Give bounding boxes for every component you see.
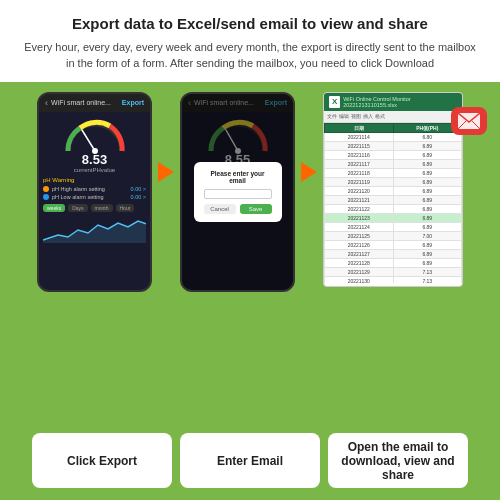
arrow2-container — [301, 92, 317, 182]
open-email-btn[interactable]: Open the email to download, view and sha… — [328, 433, 468, 488]
table-row: 202211186.89 — [325, 168, 462, 177]
cell-ph: 6.89 — [393, 204, 461, 213]
cell-date: 20221119 — [325, 177, 394, 186]
excel-body: 日期 PH值(PH) 202211146.80202211156.8920221… — [324, 123, 462, 283]
cell-date: 20221124 — [325, 222, 394, 231]
dialog-save-btn[interactable]: Save — [240, 204, 272, 214]
cell-ph: 6.89 — [393, 240, 461, 249]
cell-ph: 7.00 — [393, 231, 461, 240]
table-row: 202211236.89 — [325, 213, 462, 222]
table-row: 202211276.89 — [325, 249, 462, 258]
table-row: 202211297.13 — [325, 267, 462, 276]
table-row: 202211266.89 — [325, 240, 462, 249]
table-row: 202211246.89 — [325, 222, 462, 231]
cell-ph: 6.89 — [393, 222, 461, 231]
cell-ph: 6.89 — [393, 159, 461, 168]
cell-ph: 6.89 — [393, 186, 461, 195]
arrow2-right-icon — [301, 162, 317, 182]
phone1-alarm2: pH Low alarm setting 0.00 > — [43, 194, 146, 200]
cell-date: 20221118 — [325, 168, 394, 177]
cell-date: 20221122 — [325, 204, 394, 213]
main-description: Every hour, every day, every week and ev… — [20, 39, 480, 72]
table-row: 202211166.89 — [325, 150, 462, 159]
toolbar-item-1: 文件 — [327, 113, 337, 119]
email-dialog: Please enter your email Cancel Save — [194, 162, 282, 222]
excel-header: X WiFi Online Control Monitor 2022121311… — [324, 93, 462, 111]
toolbar-item-5: 格式 — [375, 113, 385, 119]
phone1-header: ‹ WiFi smart online... Export — [39, 94, 150, 112]
alarm1-text: pH High alarm setting — [52, 186, 131, 192]
alarm1-dot — [43, 186, 49, 192]
phones-wrapper: ‹ WiFi smart online... Export — [8, 92, 492, 292]
svg-marker-2 — [43, 221, 146, 243]
open-email-label: Open the email to download, view and sha… — [332, 440, 464, 482]
cell-date: 20221120 — [325, 186, 394, 195]
cell-date: 20221117 — [325, 159, 394, 168]
alarm2-val: 0.00 > — [131, 194, 146, 200]
email-icon — [451, 107, 487, 135]
dialog-title: Please enter your email — [204, 170, 272, 184]
click-export-btn[interactable]: Click Export — [32, 433, 172, 488]
alarm2-text: pH Low alarm setting — [52, 194, 131, 200]
time-btn-month[interactable]: month — [91, 204, 113, 212]
cell-date: 20221125 — [325, 231, 394, 240]
phone1: ‹ WiFi smart online... Export — [37, 92, 152, 292]
alarm2-dot — [43, 194, 49, 200]
click-export-label: Click Export — [67, 454, 137, 468]
phone1-gauge-container: 8.53 currentPHvalue — [43, 116, 146, 173]
table-row: 202211206.89 — [325, 186, 462, 195]
table-row: 202211146.80 — [325, 132, 462, 141]
top-text-section: Export data to Excel/send email to view … — [0, 0, 500, 82]
arrow-right-icon — [158, 162, 174, 182]
time-btn-days[interactable]: Days — [68, 204, 87, 212]
phone1-alarm1: pH High alarm setting 0.00 > — [43, 186, 146, 192]
time-btn-weeks[interactable]: weeks — [43, 204, 65, 212]
cell-ph: 7.13 — [393, 267, 461, 276]
dialog-cancel-btn[interactable]: Cancel — [204, 204, 236, 214]
table-row: 202211156.89 — [325, 141, 462, 150]
table-row: 202211307.13 — [325, 276, 462, 283]
cell-ph: 6.89 — [393, 150, 461, 159]
cell-date: 20221115 — [325, 141, 394, 150]
chart-svg — [43, 215, 146, 243]
back-icon: ‹ — [45, 98, 48, 108]
enter-email-label: Enter Email — [217, 454, 283, 468]
cell-date: 20221123 — [325, 213, 394, 222]
email-icon-container — [451, 107, 487, 135]
toolbar-item-3: 视图 — [351, 113, 361, 119]
green-section: ‹ WiFi smart online... Export — [0, 82, 500, 426]
time-btn-hour[interactable]: Hour — [116, 204, 135, 212]
phone1-body: 8.53 currentPHvalue pH Warning pH High a… — [39, 112, 150, 247]
toolbar-item-4: 插入 — [363, 113, 373, 119]
table-row: 202211286.89 — [325, 258, 462, 267]
phone1-ph-warning: pH Warning — [43, 177, 146, 183]
svg-line-0 — [82, 130, 95, 151]
phone1-time-buttons: weeks Days month Hour — [43, 204, 146, 212]
phone1-export-btn[interactable]: Export — [122, 99, 144, 106]
table-row: 202211257.00 — [325, 231, 462, 240]
cell-ph: 6.89 — [393, 213, 461, 222]
alarm1-val: 0.00 > — [131, 186, 146, 192]
gauge-svg — [60, 116, 130, 154]
bottom-buttons: Click Export Enter Email Open the email … — [0, 425, 500, 500]
cell-date: 20221121 — [325, 195, 394, 204]
cell-ph: 6.89 — [393, 249, 461, 258]
phone1-title: WiFi smart online... — [51, 99, 111, 106]
excel-table: 日期 PH值(PH) 202211146.80202211156.8920221… — [324, 123, 462, 283]
cell-date: 20221126 — [325, 240, 394, 249]
excel-sheet: X WiFi Online Control Monitor 2022121311… — [323, 92, 463, 287]
cell-ph: 6.89 — [393, 258, 461, 267]
toolbar-item-2: 编辑 — [339, 113, 349, 119]
table-row: 202211216.89 — [325, 195, 462, 204]
cell-ph: 6.89 — [393, 177, 461, 186]
cell-ph: 7.13 — [393, 276, 461, 283]
cell-date: 20221129 — [325, 267, 394, 276]
svg-point-1 — [92, 148, 98, 154]
phone1-chart — [43, 215, 146, 243]
enter-email-btn[interactable]: Enter Email — [180, 433, 320, 488]
email-input[interactable] — [204, 189, 272, 199]
dialog-overlay: Please enter your email Cancel Save — [182, 94, 293, 290]
table-row: 202211196.89 — [325, 177, 462, 186]
cell-ph: 6.89 — [393, 141, 461, 150]
phone1-gauge — [60, 116, 130, 154]
